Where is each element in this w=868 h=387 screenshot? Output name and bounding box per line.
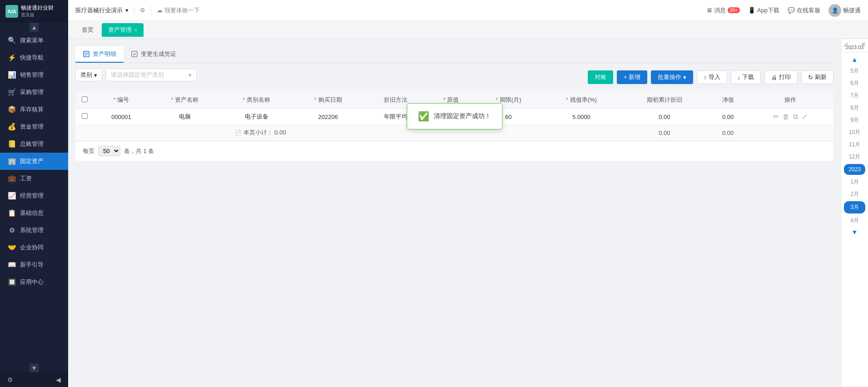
system-icon: ⚙	[7, 226, 16, 234]
checkbox-header[interactable]	[75, 91, 94, 109]
timeline-month-7[interactable]: 7月	[841, 89, 868, 102]
sidebar-item-inventory[interactable]: 📦 库存核算	[0, 101, 68, 118]
sidebar-item-purchase[interactable]: 🛒 采购管理	[0, 84, 68, 101]
app-download-button[interactable]: 📱 App下载	[748, 6, 779, 15]
timeline-month-6[interactable]: 6月	[841, 77, 868, 89]
row-checkbox[interactable]	[75, 109, 94, 125]
sidebar-item-label: 库存核算	[20, 105, 44, 114]
message-button[interactable]: 🖥 消息 99+	[706, 6, 740, 15]
settings-bottom-icon[interactable]: ⚙	[7, 376, 13, 383]
tab-close-icon[interactable]: ×	[134, 27, 137, 33]
sidebar-item-fund[interactable]: 💰 资金管理	[0, 118, 68, 135]
guide-icon: 📖	[7, 261, 16, 269]
sidebar-item-ledger[interactable]: 📒 总账管理	[0, 135, 68, 153]
tab-home[interactable]: 首页	[75, 23, 100, 37]
filter-input-chevron-icon: ▾	[188, 72, 192, 79]
refresh-button[interactable]: ↻ 刷新	[801, 70, 833, 84]
sidebar-item-system[interactable]: ⚙ 系统管理	[0, 222, 68, 239]
app-download-label: App下载	[757, 6, 779, 15]
app-name: 畅捷通好业财	[21, 5, 54, 12]
print-button[interactable]: 🖨 打印	[764, 70, 798, 84]
timeline-up-icon[interactable]: ▲	[850, 54, 860, 65]
delete-icon[interactable]: 🗑	[783, 113, 789, 121]
sidebar-item-guide[interactable]: 📖 新手引导	[0, 256, 68, 273]
sidebar-item-sales[interactable]: 📊 销售管理	[0, 66, 68, 84]
timeline-month-10[interactable]: 10月	[841, 126, 868, 139]
fixed-assets-icon: 🏢	[7, 157, 16, 165]
sidebar-item-label: 经营管理	[20, 192, 44, 200]
copy-icon[interactable]: ⧉	[793, 113, 798, 121]
tab-asset-management[interactable]: 资产管理 ×	[102, 23, 144, 37]
sidebar-item-fixed-assets[interactable]: 🏢 固定资产	[0, 153, 68, 170]
fund-icon: 💰	[7, 123, 16, 131]
toast-message: 清理固定资产成功！	[434, 112, 491, 120]
user-avatar: 👤	[828, 4, 841, 17]
timeline-month-1[interactable]: 1月	[841, 176, 868, 188]
inventory-icon: 📦	[7, 105, 16, 114]
reconcile-label: 对账	[595, 73, 606, 81]
sidebar-item-operations[interactable]: 📈 经营管理	[0, 187, 68, 204]
col-code: * 编号	[94, 91, 149, 109]
sub-tab-change-voucher[interactable]: 变更生成凭证	[124, 46, 184, 63]
timeline-month-2[interactable]: 2月	[841, 188, 868, 200]
category-filter[interactable]: 类别 ▾	[75, 69, 102, 81]
settings-topbar-icon[interactable]: ⚙	[140, 7, 145, 14]
category-input[interactable]: 请选择固定资产类别 ▾	[106, 69, 197, 81]
row-select-checkbox[interactable]	[82, 113, 88, 119]
payroll-icon: 💼	[7, 174, 16, 183]
timeline-month-3[interactable]: 3月	[844, 201, 865, 213]
sidebar-item-cooperation[interactable]: 🤝 企业协同	[0, 239, 68, 256]
user-profile[interactable]: 👤 畅捷通	[828, 4, 861, 17]
edit-icon[interactable]: ✏	[773, 113, 779, 121]
sidebar-scroll-down-button[interactable]: ▼	[30, 363, 39, 372]
sidebar-item-label: 工资	[20, 174, 32, 183]
company-selector[interactable]: 医疗器械行业演示 ▾	[75, 6, 129, 15]
sidebar-item-app-center[interactable]: 🔲 应用中心	[0, 273, 68, 291]
page-size-select[interactable]: 50	[98, 146, 120, 156]
import-button[interactable]: ↑ 导入	[697, 70, 727, 84]
experience-label: 我要体验一下	[164, 6, 200, 15]
timeline-month-9[interactable]: 9月	[841, 114, 868, 126]
logo-text: AtA	[7, 9, 16, 14]
collapse-sidebar-icon[interactable]: ◀	[56, 376, 61, 383]
sidebar-item-quick-nav[interactable]: ⚡ 快捷导航	[0, 49, 68, 66]
timeline-down-icon[interactable]: ▼	[850, 227, 860, 238]
sidebar-item-search[interactable]: 🔍 搜索菜单	[0, 32, 68, 49]
row-action: ✏ 🗑 ⧉ ⤢	[748, 109, 833, 125]
sidebar-item-label: 采购管理	[20, 88, 44, 96]
experience-button[interactable]: ☁ 我要体验一下	[157, 6, 200, 15]
category-chevron-icon: ▾	[94, 72, 97, 79]
timeline-expand-icon[interactable]: ⤢	[843, 41, 848, 48]
timeline-month-5[interactable]: 5月	[841, 65, 868, 77]
timeline-month-12[interactable]: 12月	[841, 151, 868, 163]
category-placeholder: 请选择固定资产类别	[111, 71, 164, 79]
batch-ops-button[interactable]: 批量操作 ▾	[651, 70, 693, 84]
timeline-year-2023[interactable]: 2023	[844, 164, 865, 175]
select-all-checkbox[interactable]	[82, 96, 88, 102]
sidebar-item-label: 资金管理	[20, 123, 44, 131]
online-service-button[interactable]: 💬 在线客服	[788, 6, 820, 15]
timeline-month-11[interactable]: 11月	[841, 139, 868, 151]
timeline-close-icon[interactable]: ✕	[861, 41, 866, 48]
quick-nav-icon: ⚡	[7, 54, 16, 62]
timeline-month-8[interactable]: 8月	[841, 102, 868, 114]
cooperation-icon: 🤝	[7, 243, 16, 252]
sidebar-item-payroll[interactable]: 💼 工资	[0, 170, 68, 187]
refresh-label: 刷新	[815, 73, 827, 81]
message-icon: 🖥	[706, 7, 712, 14]
purchase-icon: 🛒	[7, 88, 16, 96]
subtotal-original: 0.00	[274, 129, 286, 136]
batch-ops-label: 批量操作	[658, 73, 681, 81]
category-label: 类别	[80, 71, 92, 79]
subtotal-label: 本页小计：	[243, 129, 273, 136]
sidebar-item-basic-info[interactable]: 📋 基础信息	[0, 204, 68, 222]
reconcile-button[interactable]: 对账	[588, 70, 613, 84]
download-button[interactable]: ↓ 下载	[731, 70, 761, 84]
sidebar-logo: AtA 畅捷通好业财 普及版	[0, 0, 68, 23]
more-icon[interactable]: ⤢	[802, 113, 808, 121]
timeline-month-4[interactable]: 4月	[841, 214, 868, 227]
new-button[interactable]: + 新增	[617, 70, 647, 84]
sidebar-scroll-up-button[interactable]: ▲	[30, 23, 39, 32]
row-category: 电子设备	[221, 109, 293, 125]
sub-tab-asset-detail[interactable]: 资产明细	[75, 46, 124, 63]
